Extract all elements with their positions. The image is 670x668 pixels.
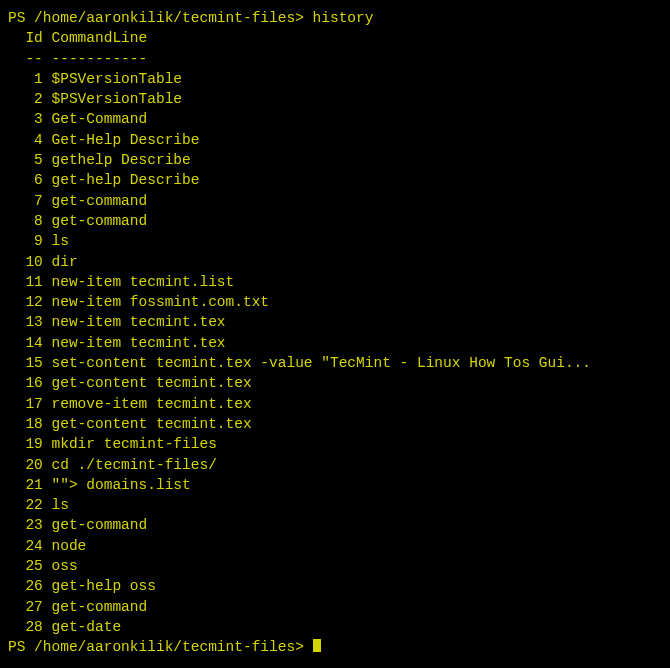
cursor-icon (313, 639, 321, 652)
history-row: 16 get-content tecmint.tex (8, 373, 646, 393)
history-row: 17 remove-item tecmint.tex (8, 394, 646, 414)
prompt-path: PS /home/aaronkilik/tecmint-files> (8, 639, 313, 652)
history-row: 26 get-help oss (8, 576, 646, 596)
history-row: 5 gethelp Describe (8, 150, 646, 170)
history-row: 15 set-content tecmint.tex -value "TecMi… (8, 353, 646, 373)
history-row: 23 get-command (8, 515, 646, 535)
history-row: 1 $PSVersionTable (8, 69, 646, 89)
prompt-path: PS /home/aaronkilik/tecmint-files> (8, 10, 313, 26)
history-header: Id CommandLine (8, 28, 646, 48)
history-row: 27 get-command (8, 597, 646, 617)
history-row: 8 get-command (8, 211, 646, 231)
history-row: 7 get-command (8, 191, 646, 211)
history-row: 2 $PSVersionTable (8, 89, 646, 109)
history-row: 22 ls (8, 495, 646, 515)
history-row: 20 cd ./tecmint-files/ (8, 455, 646, 475)
prompt-line-top: PS /home/aaronkilik/tecmint-files> histo… (8, 8, 646, 28)
history-row: 25 oss (8, 556, 646, 576)
history-row: 9 ls (8, 231, 646, 251)
history-row: 21 ""> domains.list (8, 475, 646, 495)
history-row: 18 get-content tecmint.tex (8, 414, 646, 434)
history-row: 10 dir (8, 252, 646, 272)
history-row: 28 get-date (8, 617, 646, 637)
history-row: 6 get-help Describe (8, 170, 646, 190)
history-row: 13 new-item tecmint.tex (8, 312, 646, 332)
history-row: 12 new-item fossmint.com.txt (8, 292, 646, 312)
command-input[interactable]: history (313, 10, 374, 26)
prompt-line-bottom[interactable]: PS /home/aaronkilik/tecmint-files> (8, 637, 646, 652)
history-divider: -- ----------- (8, 49, 646, 69)
history-row: 19 mkdir tecmint-files (8, 434, 646, 454)
history-row: 14 new-item tecmint.tex (8, 333, 646, 353)
history-row: 3 Get-Command (8, 109, 646, 129)
history-row: 24 node (8, 536, 646, 556)
history-row: 11 new-item tecmint.list (8, 272, 646, 292)
history-row: 4 Get-Help Describe (8, 130, 646, 150)
